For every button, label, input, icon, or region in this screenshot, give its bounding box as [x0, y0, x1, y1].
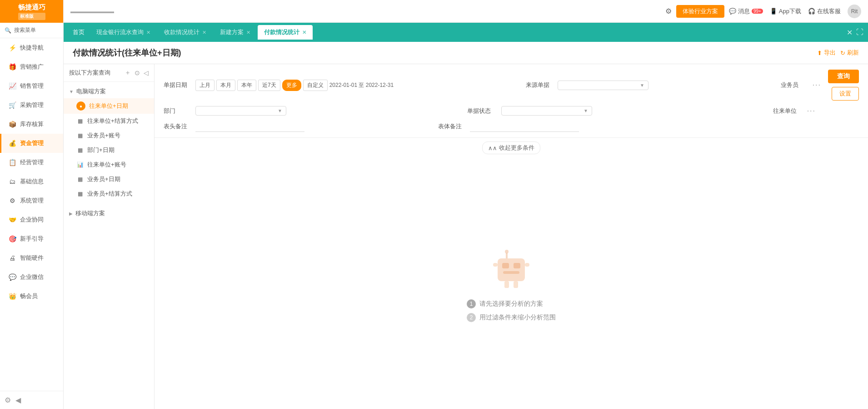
tab-bank[interactable]: 现金银行流水查询 ✕ — [90, 25, 157, 40]
scheme-icon: ▦ — [76, 146, 84, 154]
sidebar-item-label: 采购管理 — [20, 101, 44, 109]
filter-area: 单据日期 上月 本月 本年 近7天 更多 自定义 2022-01-01 至 20… — [155, 64, 868, 137]
sidebar-item-purchase[interactable]: 🛒 采购管理 — [0, 96, 63, 115]
tab-new-scheme-close[interactable]: ✕ — [246, 30, 250, 35]
panel-collapse-icon[interactable]: ◁ — [144, 69, 149, 76]
sidebar-item-guide[interactable]: 🎯 新手引导 — [0, 229, 63, 248]
scheme-staff-settle[interactable]: ▦ 业务员+结算方式 — [64, 187, 154, 201]
sidebar-item-enterprise[interactable]: 🤝 企业协同 — [0, 210, 63, 229]
left-panel: 按以下方案查询 ＋ ⊙ ◁ ▼ 电脑端方案 ● 往来单位+日期 — [64, 64, 155, 409]
industry-btn[interactable]: 体验行业方案 — [676, 5, 724, 18]
system-icon: ⚙ — [8, 197, 16, 205]
tab-close-all-icon[interactable]: ✕ — [847, 28, 853, 37]
sidebar-item-capital[interactable]: 💰 资金管理 — [0, 134, 63, 153]
svg-point-9 — [505, 250, 509, 253]
svg-rect-7 — [514, 281, 518, 288]
scheme-dept-date[interactable]: ▦ 部门+日期 — [64, 143, 154, 157]
date-this-year-btn[interactable]: 本年 — [237, 80, 256, 91]
scheme-staff-account[interactable]: ▦ 业务员+账号 — [64, 128, 154, 143]
tip-num-2: 2 — [467, 313, 476, 322]
staff-dots-btn[interactable]: ··· — [813, 81, 821, 89]
scheme-party-account[interactable]: 📊 往来单位+账号 — [64, 157, 154, 172]
scheme-party-settle[interactable]: ▦ 往来单位+结算方式 — [64, 114, 154, 128]
settings-footer-icon[interactable]: ⚙ — [5, 396, 11, 404]
add-scheme-icon[interactable]: ＋ — [125, 69, 131, 77]
sidebar-item-marketing[interactable]: 🎁 营销推广 — [0, 57, 63, 76]
desktop-group-header[interactable]: ▼ 电脑端方案 — [64, 85, 154, 98]
enterprise-icon: 🤝 — [8, 216, 16, 224]
doc-status-select[interactable]: ▼ — [501, 106, 592, 116]
mobile-scheme-group: ▶ 移动端方案 — [64, 204, 154, 223]
message-action[interactable]: 💬 消息 99+ — [729, 7, 763, 15]
sidebar-item-label: 基础信息 — [20, 177, 44, 186]
tab-receipt-close[interactable]: ✕ — [202, 30, 206, 35]
tab-bar-right: ✕ ⛶ — [847, 28, 863, 37]
empty-illustration — [484, 245, 539, 290]
sidebar-item-operation[interactable]: 📋 经营管理 — [0, 153, 63, 172]
sidebar-item-hardware[interactable]: 🖨 智能硬件 — [0, 248, 63, 268]
tab-payment-label: 付款情况统计 — [264, 28, 299, 36]
sidebar-item-label: 智能硬件 — [20, 254, 44, 262]
sidebar-item-quick-nav[interactable]: ⚡ 快捷导航 — [0, 38, 63, 57]
collapse-sidebar-icon[interactable]: ◀ — [15, 396, 21, 404]
date-this-month-btn[interactable]: 本月 — [216, 80, 235, 91]
mobile-group-header[interactable]: ▶ 移动端方案 — [64, 207, 154, 220]
date-7days-btn[interactable]: 近7天 — [258, 80, 280, 91]
date-custom-btn[interactable]: 自定义 — [303, 80, 328, 91]
sidebar-search-item[interactable]: 🔍 搜索菜单 — [0, 23, 63, 38]
query-button[interactable]: 查询 — [828, 70, 859, 83]
table-header-remark-input[interactable] — [195, 121, 304, 132]
desktop-arrow-icon: ▼ — [69, 89, 74, 94]
sidebar-item-wechat[interactable]: 💬 企业微信 — [0, 268, 63, 287]
date-more-btn[interactable]: 更多 — [282, 80, 301, 91]
tab-payment-close[interactable]: ✕ — [302, 30, 306, 35]
tab-payment[interactable]: 付款情况统计 ✕ — [258, 25, 313, 40]
scheme-settings-icon[interactable]: ⊙ — [135, 69, 140, 76]
header-actions: 💬 消息 99+ 📱 App下载 🎧 在线客服 Rit — [729, 5, 861, 18]
sidebar-item-label: 资金管理 — [20, 139, 44, 147]
export-btn[interactable]: ⬆ 导出 — [817, 49, 836, 57]
page-header: 付款情况统计(往来单位+日期) ⬆ 导出 ↻ 刷新 — [64, 42, 868, 64]
date-last-month-btn[interactable]: 上月 — [195, 80, 215, 91]
service-action[interactable]: 🎧 在线客服 — [808, 7, 841, 15]
sidebar-item-system[interactable]: ⚙ 系统管理 — [0, 191, 63, 210]
gear-icon[interactable]: ⚙ — [665, 7, 672, 15]
tab-bar: 首页 现金银行流水查询 ✕ 收款情况统计 ✕ 新建方案 ✕ 付款情况统计 ✕ ✕… — [64, 23, 868, 42]
sidebar: 畅捷通巧 标准版 🔍 搜索菜单 ⚡ 快捷导航 🎁 营销推广 📈 销售管理 🛒 采… — [0, 0, 64, 409]
collapse-label: 收起更多条件 — [499, 144, 534, 152]
tab-new-scheme[interactable]: 新建方案 ✕ — [214, 25, 257, 40]
dept-select[interactable]: ▼ — [195, 106, 286, 116]
tab-receipt[interactable]: 收款情况统计 ✕ — [158, 25, 213, 40]
sidebar-item-basic[interactable]: 🗂 基础信息 — [0, 172, 63, 191]
scheme-dept-date-label: 部门+日期 — [87, 146, 115, 154]
sidebar-item-sales[interactable]: 📈 销售管理 — [0, 76, 63, 96]
avatar[interactable]: Rit — [848, 5, 861, 18]
sidebar-item-member[interactable]: 👑 畅会员 — [0, 287, 63, 306]
empty-tips: 1 请先选择要分析的方案 2 用过滤条件来缩小分析范围 — [467, 299, 556, 322]
svg-rect-8 — [506, 253, 508, 258]
scheme-staff-date[interactable]: ▦ 业务员+日期 — [64, 172, 154, 187]
settings-button[interactable]: 设置 — [832, 87, 859, 101]
collapse-btn[interactable]: ∧∧ 收起更多条件 — [482, 141, 540, 154]
source-select[interactable]: ▼ — [558, 81, 649, 90]
sales-icon: 📈 — [8, 82, 16, 90]
sidebar-item-label: 新手引导 — [20, 235, 44, 243]
export-icon: ⬆ — [817, 50, 822, 56]
chart-scheme-icon: 📊 — [76, 161, 84, 168]
app-download-action[interactable]: 📱 App下载 — [770, 7, 801, 15]
tab-bank-close[interactable]: ✕ — [146, 30, 150, 35]
sidebar-item-inventory[interactable]: 📦 库存核算 — [0, 115, 63, 134]
desktop-group-label: 电脑端方案 — [76, 87, 106, 96]
scheme-party-date[interactable]: ● 往来单位+日期 — [64, 98, 154, 114]
refresh-btn[interactable]: ↻ 刷新 — [840, 49, 859, 57]
content: 付款情况统计(往来单位+日期) ⬆ 导出 ↻ 刷新 按以下方案查询 ＋ — [64, 42, 868, 409]
table-body-remark-input[interactable] — [470, 121, 579, 132]
doc-status-dropdown-icon: ▼ — [584, 108, 588, 113]
tab-expand-icon[interactable]: ⛶ — [856, 28, 863, 37]
svg-rect-3 — [503, 271, 519, 274]
tab-home[interactable]: 首页 — [68, 28, 89, 36]
scheme-icon: ▦ — [76, 190, 84, 197]
avatar-text: Rit — [851, 8, 858, 15]
svg-rect-6 — [504, 281, 509, 288]
party-dots-btn[interactable]: ··· — [807, 107, 816, 115]
